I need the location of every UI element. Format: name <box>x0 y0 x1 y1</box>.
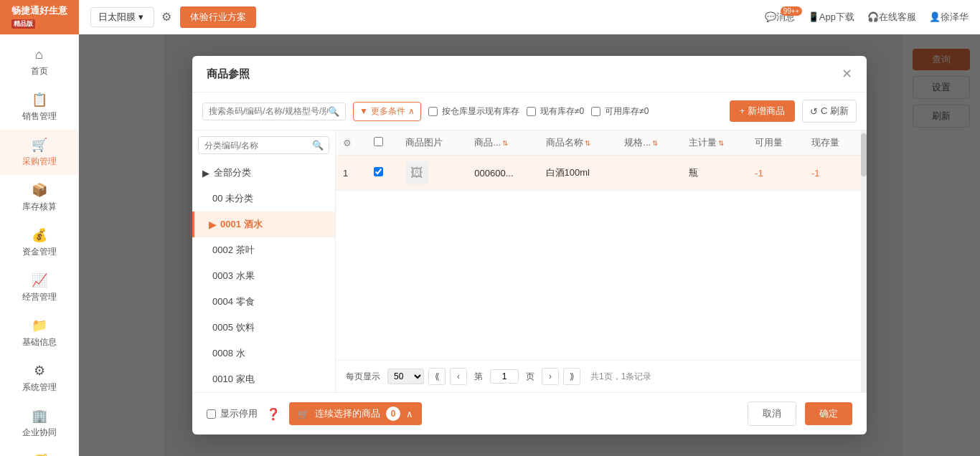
prev-page-btn[interactable]: ‹ <box>450 368 467 385</box>
show-disabled-label: 显示停用 <box>220 407 258 420</box>
company-selector[interactable]: 日太阳膜 ▾ <box>90 7 154 27</box>
cart-btn[interactable]: 🛒 连续选择的商品 0 ∧ <box>289 402 422 425</box>
filter-icon: ▼ <box>359 106 368 116</box>
chevron-up-icon: ∧ <box>408 106 415 116</box>
first-page-btn[interactable]: ⟪ <box>428 368 446 385</box>
show-disabled-checkbox-group[interactable]: 显示停用 <box>207 407 258 420</box>
cell-available: -1 <box>748 156 804 191</box>
category-item-0005[interactable]: 0005 饮料 <box>192 315 335 341</box>
table-row[interactable]: 1 🖼 000600... 白酒100ml <box>336 156 861 191</box>
th-stock: 现存量 <box>804 130 861 156</box>
cancel-btn[interactable]: 取消 <box>748 402 796 426</box>
scroll-bar[interactable] <box>861 130 867 392</box>
img-placeholder: 🖼 <box>410 166 423 181</box>
table-container: ⚙ 商品图片 商品...⇅ 商品名称⇅ 规格...⇅ 主计量⇅ 可用量 现存量 <box>336 130 861 360</box>
sidebar-item-finance[interactable]: 💰 资金管理 <box>0 220 78 265</box>
category-label-0004: 0004 零食 <box>212 295 255 308</box>
category-item-0002[interactable]: 0002 茶叶 <box>192 237 335 263</box>
select-all-checkbox[interactable] <box>374 137 383 146</box>
sidebar-label-system: 系统管理 <box>22 381 57 394</box>
sidebar-item-enterprise[interactable]: 🏢 企业协同 <box>0 401 78 446</box>
search-icon[interactable]: 🔍 <box>328 106 339 117</box>
next-page-btn[interactable]: › <box>542 368 559 385</box>
th-available: 可用量 <box>748 130 804 156</box>
operations-icon: 📈 <box>32 272 47 288</box>
sidebar-item-operations[interactable]: 📈 经营管理 <box>0 265 78 310</box>
checkbox-existing-stock[interactable]: 现有库存≠0 <box>527 105 584 118</box>
confirm-btn[interactable]: 确定 <box>805 402 852 425</box>
sidebar-item-sales[interactable]: 📋 销售管理 <box>0 85 78 130</box>
page-total: 共1页，1条记录 <box>590 371 651 383</box>
warehouse-stock-label: 按仓库显示现有库存 <box>442 105 519 118</box>
sidebar-item-home[interactable]: ⌂ 首页 <box>0 40 78 85</box>
th-name[interactable]: 商品名称⇅ <box>539 130 618 156</box>
checkbox-warehouse-stock[interactable]: 按仓库显示现有库存 <box>428 105 519 118</box>
cart-label: 连续选择的商品 <box>315 407 380 420</box>
th-code[interactable]: 商品...⇅ <box>467 130 538 156</box>
refresh-icon: ↺ <box>810 106 818 117</box>
category-label-00: 00 未分类 <box>212 192 253 205</box>
sidebar-item-system[interactable]: ⚙ 系统管理 <box>0 356 78 401</box>
cell-unit: 瓶 <box>682 156 748 191</box>
modal-header: 商品参照 ✕ <box>192 56 867 92</box>
add-product-btn[interactable]: + 新增商品 <box>730 100 795 122</box>
main-layout: ⌂ 首页 📋 销售管理 🛒 采购管理 📦 库存核算 💰 资金管理 📈 经营管理 … <box>0 34 980 456</box>
search-box: 🔍 <box>202 103 346 120</box>
category-search-input[interactable] <box>204 141 312 151</box>
mobile-icon: 📱 <box>808 11 819 22</box>
category-search-icon[interactable]: 🔍 <box>312 140 324 151</box>
existing-stock-checkbox[interactable] <box>527 107 536 116</box>
purchase-icon: 🛒 <box>32 137 47 153</box>
experience-btn[interactable]: 体验行业方案 <box>180 6 256 28</box>
last-page-btn[interactable]: ⟫ <box>563 368 580 385</box>
logo-text-main: 畅捷通好生意 <box>11 5 67 17</box>
available-stock-checkbox[interactable] <box>591 107 600 116</box>
warehouse-stock-checkbox[interactable] <box>428 107 438 116</box>
category-list: ▶ 全部分类 00 未分类 ▶ 0001 酒水 0002 茶 <box>192 160 335 392</box>
sidebar-item-basic[interactable]: 📁 基础信息 <box>0 310 78 356</box>
category-label-0005: 0005 饮料 <box>212 321 255 334</box>
sidebar-label-purchase: 采购管理 <box>22 156 57 168</box>
refresh-modal-btn[interactable]: ↺ C 刷新 <box>802 100 857 123</box>
category-item-00[interactable]: 00 未分类 <box>192 186 335 212</box>
th-spec[interactable]: 规格...⇅ <box>617 130 681 156</box>
cart-expand-icon: ∧ <box>406 409 413 419</box>
sidebar-item-purchase[interactable]: 🛒 采购管理 <box>0 130 78 175</box>
modal-close-icon[interactable]: ✕ <box>842 66 852 82</box>
gear-icon[interactable]: ⚙ <box>161 10 171 24</box>
category-item-0008[interactable]: 0008 水 <box>192 341 335 366</box>
row-checkbox[interactable] <box>374 167 383 176</box>
category-item-0010[interactable]: 0010 家电 <box>192 366 335 392</box>
search-input[interactable] <box>209 106 328 116</box>
filter-more-btn[interactable]: ▼ 更多条件 ∧ <box>353 102 421 121</box>
cell-spec <box>617 156 681 191</box>
settings-icon[interactable]: ⚙ <box>343 138 352 148</box>
scroll-thumb[interactable] <box>861 133 867 176</box>
show-disabled-checkbox[interactable] <box>207 409 216 419</box>
company-name: 日太阳膜 <box>98 11 136 24</box>
per-page-select[interactable]: 50 100 200 <box>387 369 424 384</box>
online-service-btn[interactable]: 🎧 在线客服 <box>867 11 916 24</box>
sidebar-item-guide[interactable]: 🧭 新手引导 <box>0 446 78 456</box>
message-badge: 99++ <box>781 6 802 16</box>
message-btn[interactable]: 💬 消息 99++ <box>765 11 795 24</box>
help-icon[interactable]: ❓ <box>266 407 281 421</box>
checkbox-available-stock[interactable]: 可用库存≠0 <box>591 105 649 118</box>
guide-icon: 🧭 <box>32 453 47 456</box>
topbar: 畅捷通好生意 精品版 日太阳膜 ▾ ⚙ 体验行业方案 💬 消息 99++ 📱 A… <box>0 0 980 34</box>
modal-overlay: 商品参照 ✕ 🔍 ▼ 更多条件 ∧ 按仓库 <box>79 34 980 456</box>
category-item-0003[interactable]: 0003 水果 <box>192 263 335 289</box>
filter-label: 更多条件 <box>371 105 405 118</box>
sidebar-label-basic: 基础信息 <box>22 336 57 348</box>
category-item-0004[interactable]: 0004 零食 <box>192 289 335 315</box>
user-menu[interactable]: 👤 徐泽华 <box>929 11 969 24</box>
category-item-all[interactable]: ▶ 全部分类 <box>192 160 335 186</box>
th-unit[interactable]: 主计量⇅ <box>682 130 748 156</box>
th-settings[interactable]: ⚙ <box>336 130 367 156</box>
existing-stock-label: 现有库存≠0 <box>540 105 584 118</box>
cell-checkbox[interactable] <box>367 156 398 191</box>
sidebar-item-inventory[interactable]: 📦 库存核算 <box>0 175 78 220</box>
category-item-0001[interactable]: ▶ 0001 酒水 <box>192 212 335 237</box>
app-download-btn[interactable]: 📱 App下载 <box>808 11 854 24</box>
page-input[interactable] <box>490 369 519 384</box>
